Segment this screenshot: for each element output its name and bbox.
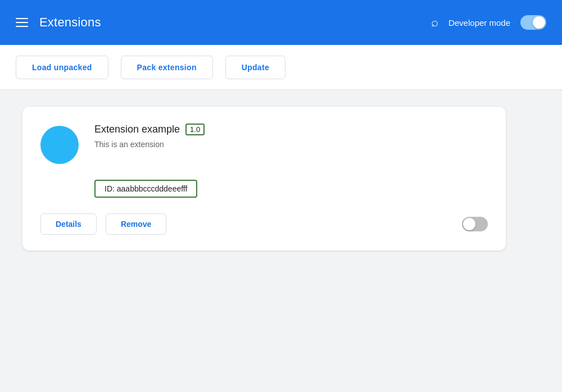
toggle-knob bbox=[533, 16, 545, 29]
extension-id-row: ID: aaabbbcccdddeeefff bbox=[40, 180, 488, 198]
toolbar: Load unpacked Pack extension Update bbox=[0, 45, 562, 90]
developer-mode-label: Developer mode bbox=[448, 18, 510, 28]
page-title: Extensions bbox=[39, 15, 101, 30]
card-top: Extension example 1.0 This is an extensi… bbox=[40, 124, 488, 164]
extension-card: Extension example 1.0 This is an extensi… bbox=[22, 107, 506, 250]
extension-info: Extension example 1.0 This is an extensi… bbox=[94, 124, 488, 149]
version-badge: 1.0 bbox=[185, 124, 205, 135]
card-buttons: Details Remove bbox=[40, 213, 166, 235]
toggle-knob-disabled bbox=[463, 218, 475, 230]
developer-mode-toggle[interactable] bbox=[520, 15, 546, 30]
details-button[interactable]: Details bbox=[40, 213, 97, 235]
card-actions: Details Remove bbox=[40, 213, 488, 235]
extension-enabled-toggle[interactable] bbox=[462, 217, 488, 231]
pack-extension-button[interactable]: Pack extension bbox=[121, 56, 213, 79]
header-left: Extensions bbox=[16, 15, 101, 30]
extension-id: ID: aaabbbcccdddeeefff bbox=[94, 180, 197, 198]
header-right: ⌕ Developer mode bbox=[431, 15, 546, 30]
update-button[interactable]: Update bbox=[225, 56, 285, 79]
extension-name: Extension example bbox=[94, 124, 180, 135]
search-icon[interactable]: ⌕ bbox=[431, 15, 438, 30]
extension-description: This is an extension bbox=[94, 140, 488, 149]
remove-button[interactable]: Remove bbox=[106, 213, 166, 235]
extension-name-row: Extension example 1.0 bbox=[94, 124, 488, 135]
main-content: Extension example 1.0 This is an extensi… bbox=[0, 90, 562, 267]
app-header: Extensions ⌕ Developer mode bbox=[0, 0, 562, 45]
load-unpacked-button[interactable]: Load unpacked bbox=[16, 56, 108, 79]
extension-icon bbox=[40, 126, 79, 164]
menu-icon[interactable] bbox=[16, 18, 28, 27]
